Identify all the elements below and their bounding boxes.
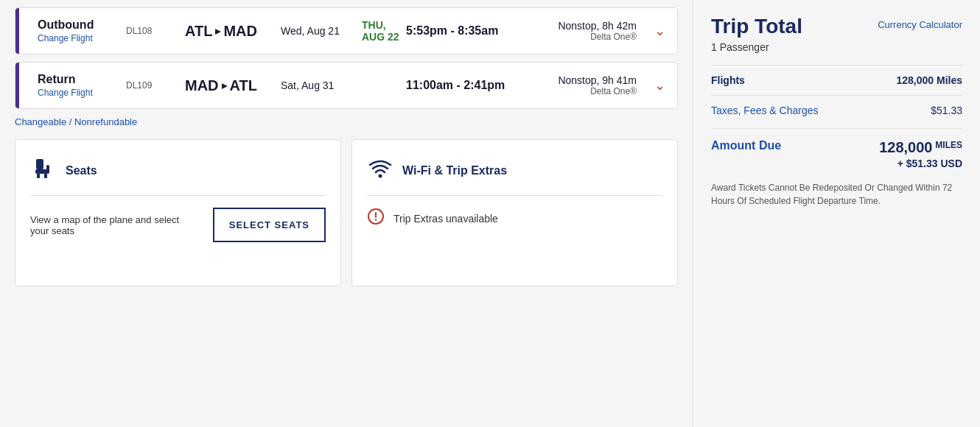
amount-due-row: Amount Due 128,000 MILES + $51.33 USD — [711, 139, 962, 169]
amount-miles: 128,000 — [879, 139, 932, 155]
outbound-accent — [15, 8, 19, 54]
amount-due-value: 128,000 MILES + $51.33 USD — [879, 139, 962, 169]
return-time-range: 11:00am - 2:41pm — [406, 79, 524, 92]
outbound-flight-number: DL108 — [126, 26, 185, 36]
right-panel: Trip Total Currency Calculator 1 Passeng… — [693, 0, 980, 427]
svg-rect-4 — [44, 174, 47, 178]
return-route: MAD ▸ ATL — [185, 77, 281, 94]
return-route-arrow: ▸ — [222, 80, 227, 91]
return-flight-card: Return Change Flight DL109 MAD ▸ ATL Sat… — [15, 62, 678, 109]
outbound-route: ATL ▸ MAD — [185, 23, 281, 40]
amount-due-section: Amount Due 128,000 MILES + $51.33 USD — [711, 128, 962, 169]
return-cabin: Delta One® — [524, 86, 637, 96]
amount-plus: + $ — [897, 158, 912, 169]
outbound-flight-card: Outbound Change Flight DL108 ATL ▸ MAD W… — [15, 7, 678, 54]
outbound-cabin: Delta One® — [524, 32, 637, 42]
svg-point-5 — [379, 174, 382, 178]
wifi-icon — [367, 155, 393, 186]
outbound-change-link[interactable]: Change Flight — [38, 33, 126, 43]
amount-due-label: Amount Due — [711, 139, 781, 152]
passenger-count: 1 Passenger — [711, 41, 962, 53]
seats-card: Seats View a map of the plane and select… — [15, 139, 341, 286]
flights-label: Flights — [711, 74, 745, 86]
svg-rect-0 — [36, 159, 43, 169]
outbound-direction-block: Outbound Change Flight — [38, 18, 126, 43]
changeable-label[interactable]: Changeable / Nonrefundable — [15, 116, 678, 127]
return-flight-number: DL109 — [126, 80, 185, 91]
trip-extras-unavailable-text: Trip Extras unavailable — [393, 213, 498, 225]
page-container: Outbound Change Flight DL108 ATL ▸ MAD W… — [0, 0, 980, 427]
outbound-content: Outbound Change Flight DL108 ATL ▸ MAD W… — [27, 18, 665, 43]
svg-rect-3 — [37, 174, 40, 178]
wifi-card: Wi-Fi & Trip Extras Trip Extras unavaila… — [351, 139, 678, 286]
outbound-time-range: 5:53pm - 8:35am — [406, 24, 524, 38]
return-change-link[interactable]: Change Flight — [38, 88, 126, 98]
warning-icon — [367, 208, 385, 230]
currency-calculator-link[interactable]: Currency Calculator — [878, 19, 962, 30]
return-nonstop: Nonstop, 9h 41m — [524, 74, 637, 86]
trip-extras-unavailable-row: Trip Extras unavailable — [367, 208, 662, 230]
flights-row: Flights 128,000 Miles — [711, 65, 962, 95]
seats-card-title: Seats — [66, 164, 97, 177]
return-chevron-icon[interactable]: ⌄ — [654, 77, 665, 93]
svg-point-8 — [375, 219, 377, 220]
left-panel: Outbound Change Flight DL108 ATL ▸ MAD W… — [0, 0, 693, 427]
outbound-route-from: ATL — [185, 23, 212, 40]
outbound-date: Wed, Aug 21 — [281, 25, 362, 37]
award-notice: Award Tickets Cannot Be Redeposited Or C… — [711, 181, 962, 208]
seat-icon — [30, 155, 57, 186]
amount-usd-row: + $51.33 USD — [879, 158, 962, 169]
outbound-route-arrow: ▸ — [215, 25, 220, 37]
return-accent — [15, 63, 19, 108]
wifi-card-title: Wi-Fi & Trip Extras — [402, 164, 507, 177]
return-route-from: MAD — [185, 77, 219, 94]
fees-label: Taxes, Fees & Charges — [711, 105, 819, 116]
outbound-flight-details: Nonstop, 8h 42m Delta One® — [524, 20, 654, 42]
select-seats-button[interactable]: SELECT SEATS — [213, 208, 326, 242]
return-content: Return Change Flight DL109 MAD ▸ ATL Sat… — [27, 73, 665, 98]
amount-miles-display: 128,000 MILES — [879, 139, 962, 156]
amount-usd-unit: USD — [940, 158, 962, 169]
fees-value: $51.33 — [931, 105, 962, 116]
amount-usd: 51.33 — [912, 158, 938, 169]
return-date: Sat, Aug 31 — [281, 80, 362, 91]
return-direction-block: Return Change Flight — [38, 73, 126, 98]
outbound-route-to: MAD — [223, 23, 257, 40]
bottom-cards: Seats View a map of the plane and select… — [15, 139, 678, 286]
return-flight-details: Nonstop, 9h 41m Delta One® — [524, 74, 654, 96]
return-direction-label: Return — [38, 73, 76, 85]
fees-row: Taxes, Fees & Charges $51.33 — [711, 95, 962, 125]
svg-rect-2 — [46, 165, 49, 174]
outbound-chevron-icon[interactable]: ⌄ — [654, 23, 665, 39]
seats-card-body: View a map of the plane and select your … — [30, 208, 326, 242]
outbound-time-label: THU, AUG 22 — [362, 19, 406, 43]
outbound-nonstop: Nonstop, 8h 42m — [524, 20, 637, 32]
seats-card-header: Seats — [30, 155, 326, 196]
trip-total-header: Trip Total Currency Calculator — [711, 15, 962, 38]
amount-miles-unit: MILES — [935, 140, 962, 150]
wifi-card-header: Wi-Fi & Trip Extras — [367, 155, 662, 196]
trip-total-title: Trip Total — [711, 15, 802, 38]
flights-value: 128,000 Miles — [896, 74, 962, 86]
seats-card-body-text: View a map of the plane and select your … — [30, 214, 198, 236]
return-route-to: ATL — [230, 77, 257, 94]
outbound-direction-label: Outbound — [38, 18, 94, 31]
